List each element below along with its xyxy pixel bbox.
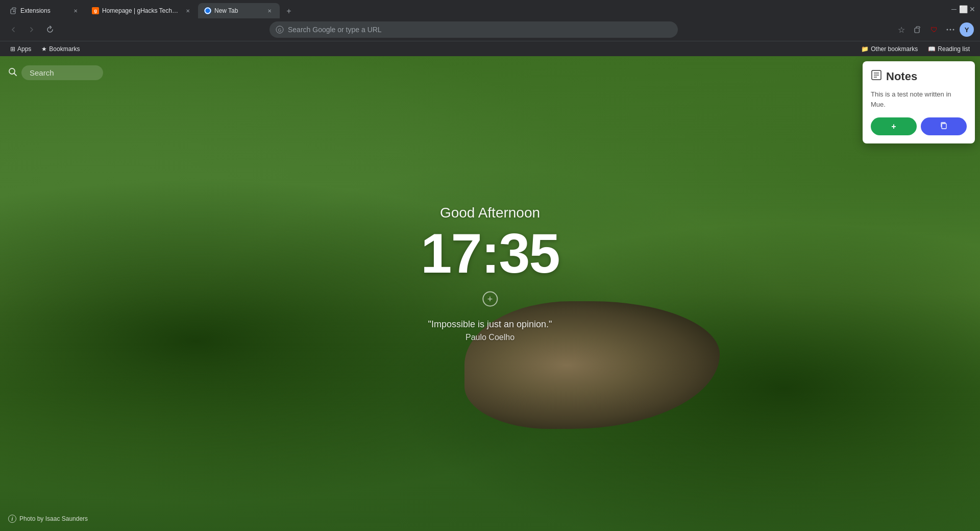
close-button[interactable]: ✕	[969, 6, 976, 13]
search-icon	[8, 67, 17, 79]
browser-frame: Extensions ✕ g Homepage | gHacks Technol…	[0, 0, 980, 531]
quote-text: "Impossible is just an opinion."	[421, 319, 559, 330]
folder-icon: 📁	[861, 45, 869, 53]
notes-panel: Notes This is a test note written in Mue…	[863, 61, 975, 143]
tab-newtab-title: New Tab	[214, 7, 262, 14]
ublock-button[interactable]: 🛡	[927, 22, 941, 37]
bookmarks-apps[interactable]: ⊞ Apps	[6, 44, 35, 54]
reading-list-label: Reading list	[938, 45, 970, 53]
svg-point-1	[205, 8, 210, 13]
center-content: Good Afternoon 17:35 + "Impossible is ju…	[421, 205, 559, 342]
photo-credit: i Photo by Isaac Saunders	[8, 515, 88, 523]
svg-line-9	[14, 73, 17, 76]
tab-ghacks-title: Homepage | gHacks Technology...	[102, 7, 181, 14]
photo-credit-text: Photo by Isaac Saunders	[19, 515, 88, 522]
bookmarks-bar: ⊞ Apps ★ Bookmarks 📁 Other bookmarks 📖 R…	[0, 41, 980, 56]
bookmarks-bookmarks[interactable]: ★ Bookmarks	[37, 44, 84, 54]
profile-button[interactable]: Y	[960, 22, 974, 37]
other-bookmarks-label: Other bookmarks	[871, 45, 918, 53]
toolbar-right: ☆ 🛡 Y	[894, 22, 974, 37]
other-bookmarks[interactable]: 📁 Other bookmarks	[857, 44, 922, 54]
notes-header: Notes	[871, 69, 967, 83]
top-left-search	[8, 65, 103, 80]
svg-point-7	[953, 29, 954, 31]
notes-content: This is a test note written in Mue.	[871, 89, 967, 109]
forward-button[interactable]	[24, 22, 39, 37]
greeting-text: Good Afternoon	[421, 205, 559, 221]
maximize-button[interactable]: ⬜	[960, 6, 967, 13]
svg-text:G: G	[278, 28, 282, 33]
bookmarks-star-icon: ★	[41, 45, 47, 53]
tab-extensions[interactable]: Extensions ✕	[4, 3, 86, 18]
notes-copy-button[interactable]	[921, 117, 967, 135]
clock-display: 17:35	[421, 225, 559, 281]
tab-ghacks[interactable]: g Homepage | gHacks Technology... ✕	[86, 3, 198, 18]
reading-list-icon: 📖	[928, 45, 936, 53]
add-widget-button[interactable]: +	[482, 292, 498, 307]
tab-newtab[interactable]: New Tab ✕	[198, 3, 280, 18]
extensions-favicon	[10, 7, 17, 14]
quote-author: Paulo Coelho	[421, 333, 559, 342]
omnibox-bar: G Search Google or type a URL ☆ 🛡 Y	[0, 18, 980, 41]
bookmark-star-button[interactable]: ☆	[894, 22, 909, 37]
new-tab-button[interactable]: +	[282, 4, 296, 18]
extensions-button[interactable]	[911, 22, 925, 37]
window-controls: ─ ⬜ ✕	[950, 6, 976, 13]
google-icon: G	[276, 26, 284, 34]
apps-label: Apps	[17, 45, 31, 53]
ghacks-favicon: g	[92, 7, 99, 14]
reading-list[interactable]: 📖 Reading list	[924, 44, 974, 54]
bookmarks-label: Bookmarks	[49, 45, 80, 53]
notes-title: Notes	[886, 70, 917, 83]
minimize-button[interactable]: ─	[950, 6, 958, 13]
back-button[interactable]	[6, 22, 20, 37]
reload-button[interactable]	[43, 22, 57, 37]
svg-rect-4	[915, 28, 919, 33]
tab-extensions-title: Extensions	[20, 7, 68, 14]
search-input[interactable]	[21, 65, 103, 80]
notes-actions: +	[871, 117, 967, 135]
tab-extensions-close[interactable]: ✕	[71, 7, 80, 15]
tab-newtab-close[interactable]: ✕	[265, 7, 274, 15]
apps-icon: ⊞	[10, 45, 15, 53]
svg-rect-19	[942, 124, 946, 129]
svg-point-5	[947, 29, 948, 31]
tabs-area: Extensions ✕ g Homepage | gHacks Technol…	[4, 0, 946, 18]
copy-icon	[940, 122, 948, 131]
info-icon[interactable]: i	[8, 515, 16, 523]
plus-icon: +	[891, 122, 896, 131]
newtab-page: Good Afternoon 17:35 + "Impossible is ju…	[0, 56, 980, 531]
notes-icon	[871, 69, 882, 83]
notes-add-button[interactable]: +	[871, 117, 917, 135]
omnibox-text: Search Google or type a URL	[288, 26, 672, 34]
newtab-favicon	[204, 7, 211, 14]
more-tools-button[interactable]	[943, 22, 958, 37]
title-bar: Extensions ✕ g Homepage | gHacks Technol…	[0, 0, 980, 18]
tab-ghacks-close[interactable]: ✕	[184, 7, 192, 15]
omnibox[interactable]: G Search Google or type a URL	[270, 21, 678, 38]
svg-point-6	[950, 29, 951, 31]
